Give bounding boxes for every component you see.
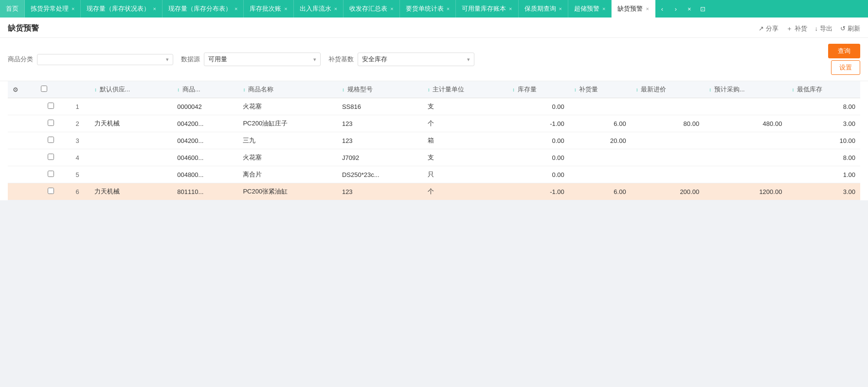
tab-exception[interactable]: 拣货异常处理 ×	[25, 0, 81, 18]
sort-icon: ↕	[428, 87, 430, 92]
setting-button[interactable]: 设置	[831, 60, 860, 75]
close-icon[interactable]: ×	[390, 6, 393, 12]
row-sku-code: 004200...	[172, 115, 238, 132]
row-stock: 0.00	[507, 149, 569, 166]
row-gear[interactable]	[8, 166, 36, 183]
chevron-down-icon: ▾	[166, 56, 169, 63]
row-sku-code: 004600...	[172, 149, 238, 166]
row-replenish-qty: 6.00	[569, 115, 631, 132]
close-icon[interactable]: ×	[284, 6, 287, 12]
page-header: 缺货预警 ↗ 分享 ＋ 补货 ↓ 导出 ↺ 刷新	[0, 18, 868, 38]
tab-home[interactable]: 首页	[0, 0, 25, 18]
replenish-base-value: 安全库存	[362, 55, 387, 64]
sort-icon: ↕	[709, 87, 711, 92]
sort-icon: ↕	[574, 87, 577, 92]
row-gear[interactable]	[8, 149, 36, 166]
query-button[interactable]: 查询	[828, 44, 860, 58]
row-gear[interactable]	[8, 183, 36, 200]
table-row: 3 004200... 三九 123 箱 0.00 20.00 10.00	[8, 132, 860, 149]
est-purchase-column-header: ↕ 预计采购...	[704, 81, 787, 98]
datasource-filter-group: 数据源 可用量 ▾	[181, 53, 321, 66]
header-actions: ↗ 分享 ＋ 补货 ↓ 导出 ↺ 刷新	[759, 24, 861, 33]
row-number: 5	[65, 166, 90, 183]
row-checkbox-cell	[36, 98, 65, 115]
sort-icon: ↕	[792, 87, 794, 92]
tab-expiry-query[interactable]: 保质期查询 ×	[519, 0, 568, 18]
export-button[interactable]: ↓ 导出	[815, 24, 833, 33]
datasource-select[interactable]: 可用量 ▾	[204, 53, 321, 66]
row-gear[interactable]	[8, 132, 36, 149]
category-filter-group: 商品分类 ▾	[8, 54, 173, 65]
row-product-name: PC200油缸庄子	[238, 115, 337, 132]
sort-icon: ↕	[636, 87, 638, 92]
replenish-button[interactable]: ＋ 补货	[786, 24, 807, 33]
row-checkbox[interactable]	[48, 137, 54, 143]
row-checkbox[interactable]	[48, 188, 54, 194]
category-label: 商品分类	[8, 55, 33, 64]
row-min-stock: 8.00	[787, 98, 860, 115]
row-spec: SS816	[337, 98, 423, 115]
row-checkbox[interactable]	[48, 120, 54, 126]
refresh-button[interactable]: ↺ 刷新	[840, 24, 860, 33]
row-checkbox[interactable]	[48, 154, 54, 160]
main-content: 缺货预警 ↗ 分享 ＋ 补货 ↓ 导出 ↺ 刷新 商品分类	[0, 18, 868, 200]
row-checkbox[interactable]	[48, 103, 54, 109]
tab-batch-account[interactable]: 库存批次账 ×	[244, 0, 293, 18]
row-number: 3	[65, 132, 90, 149]
stock-column-header: ↕ 库存量	[507, 81, 569, 98]
category-select[interactable]: ▾	[37, 54, 173, 65]
tab-prev-button[interactable]: ‹	[655, 0, 669, 18]
tab-demand-stat[interactable]: 要货单统计表 ×	[400, 0, 456, 18]
checkbox-column-header	[36, 81, 65, 98]
close-icon[interactable]: ×	[646, 6, 649, 12]
close-icon[interactable]: ×	[334, 6, 337, 12]
row-replenish-qty	[569, 98, 631, 115]
row-gear[interactable]	[8, 115, 36, 132]
share-button[interactable]: ↗ 分享	[759, 24, 778, 33]
replenish-qty-column-header: ↕ 补货量	[569, 81, 631, 98]
close-icon[interactable]: ×	[509, 6, 512, 12]
tab-expand-button[interactable]: ⊡	[696, 0, 710, 18]
tab-close-all-button[interactable]: ×	[683, 0, 696, 18]
close-icon[interactable]: ×	[72, 6, 74, 12]
row-est-purchase	[704, 98, 787, 115]
row-unit: 个	[423, 183, 507, 200]
tab-in-out-flow[interactable]: 出入库流水 ×	[294, 0, 344, 18]
close-icon[interactable]: ×	[153, 6, 156, 12]
select-all-checkbox[interactable]	[41, 86, 47, 92]
tab-receipt-summary[interactable]: 收发存汇总表 ×	[344, 0, 399, 18]
tab-stock-status[interactable]: 现存量（库存状况表） ×	[81, 0, 162, 18]
row-min-stock: 1.00	[787, 166, 860, 183]
gear-icon: ⚙	[13, 86, 18, 93]
tab-next-button[interactable]: ›	[669, 0, 683, 18]
row-gear[interactable]	[8, 98, 36, 115]
chevron-down-icon: ▾	[467, 56, 470, 63]
row-number: 1	[65, 98, 90, 115]
close-icon[interactable]: ×	[235, 6, 237, 12]
export-icon: ↓	[815, 25, 818, 32]
row-checkbox-cell	[36, 149, 65, 166]
row-sku-code: 004200...	[172, 132, 238, 149]
table-container: ⚙ ↕ 默认供应... ↕ 商品... ↕	[0, 81, 868, 200]
row-supplier: 力天机械	[90, 183, 172, 200]
close-icon[interactable]: ×	[447, 6, 450, 12]
row-supplier: 力天机械	[90, 115, 172, 132]
close-icon[interactable]: ×	[602, 6, 605, 12]
gear-column-header[interactable]: ⚙	[8, 81, 36, 98]
tab-available-ledger[interactable]: 可用量库存账本 ×	[456, 0, 518, 18]
tab-bar: 首页 拣货异常处理 × 现存量（库存状况表） × 现存量（库存分布表） × 库存…	[0, 0, 868, 18]
tab-shortage[interactable]: 缺货预警 ×	[612, 0, 655, 18]
row-checkbox[interactable]	[48, 171, 54, 177]
replenish-base-select[interactable]: 安全库存 ▾	[358, 53, 474, 66]
row-checkbox-cell	[36, 115, 65, 132]
tab-stock-dist[interactable]: 现存量（库存分布表） ×	[163, 0, 244, 18]
tab-overstock[interactable]: 超储预警 ×	[568, 0, 612, 18]
row-unit: 个	[423, 115, 507, 132]
row-supplier	[90, 149, 172, 166]
row-est-purchase: 1200.00	[704, 183, 787, 200]
close-icon[interactable]: ×	[559, 6, 562, 12]
supplier-column-header: ↕ 默认供应...	[90, 81, 172, 98]
latest-price-column-header: ↕ 最新进价	[631, 81, 704, 98]
row-latest-price	[631, 98, 704, 115]
row-min-stock: 3.00	[787, 115, 860, 132]
